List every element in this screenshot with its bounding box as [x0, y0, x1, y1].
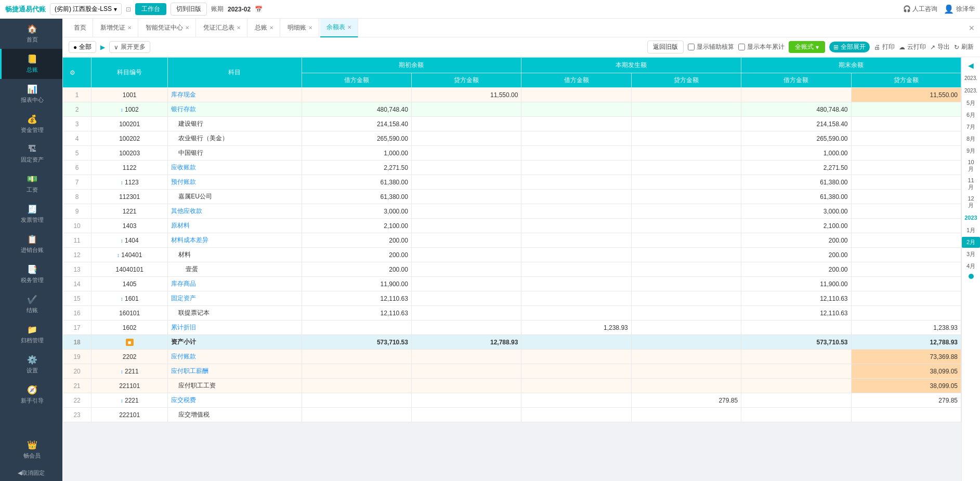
print-button[interactable]: 🖨 打印: [874, 43, 895, 51]
tab-smart-voucher[interactable]: 智能凭证中心 ✕: [139, 19, 196, 37]
sidebar-item-settings[interactable]: ⚙️ 设置: [0, 350, 62, 380]
expand-all-toggle[interactable]: ⊞ 全部展开: [829, 42, 870, 52]
workbench-button[interactable]: 工作台: [135, 3, 166, 15]
month-4[interactable]: 4月: [962, 261, 980, 272]
subject-name[interactable]: 预付账款: [168, 175, 302, 190]
tab-detail[interactable]: 明细账 ✕: [281, 19, 319, 37]
month-12[interactable]: 12月: [962, 194, 980, 211]
tab-ledger[interactable]: 总账 ✕: [249, 19, 280, 37]
subject-name[interactable]: 应交税费: [168, 393, 302, 408]
sidebar-item-ledger[interactable]: 📒 总账: [0, 49, 62, 79]
subject-name[interactable]: 应付职工薪酬: [168, 364, 302, 379]
subject-link[interactable]: 固定资产: [171, 295, 196, 302]
sidebar-item-invoice[interactable]: 🧾 发票管理: [0, 199, 62, 229]
sidebar-item-salary[interactable]: 💵 工资: [0, 169, 62, 199]
month-1[interactable]: 1月: [962, 225, 980, 236]
subject-name[interactable]: 其他应收款: [168, 204, 302, 219]
sidebar-item-asset-mgmt[interactable]: 💰 资金管理: [0, 109, 62, 139]
filter-all-selector[interactable]: ● 全部: [69, 41, 96, 53]
subject-link[interactable]: 累计折旧: [171, 324, 196, 331]
subject-name[interactable]: 材料成本差异: [168, 233, 302, 248]
sidebar-item-archive[interactable]: 📁 归档管理: [0, 319, 62, 350]
close-window-icon[interactable]: ✕: [969, 24, 975, 32]
month-3[interactable]: 3月: [962, 249, 980, 260]
full-style-button[interactable]: 全账式 ▾: [789, 41, 825, 53]
collapse-panel-icon[interactable]: ◀: [966, 59, 976, 72]
sidebar-item-member[interactable]: 👑 畅会员: [0, 435, 62, 465]
refresh-button[interactable]: ↻ 刷新: [954, 43, 974, 51]
ytd-input[interactable]: [738, 44, 745, 50]
sidebar-item-tax[interactable]: 📑 税务管理: [0, 259, 62, 289]
support-link[interactable]: 🎧 人工咨询: [903, 5, 937, 14]
calendar-icon[interactable]: 📅: [255, 6, 263, 13]
month-5[interactable]: 5月: [962, 98, 980, 109]
subject-link[interactable]: 其他应收款: [171, 207, 202, 215]
subject-link[interactable]: 材料成本差异: [171, 236, 208, 244]
tab-voucher-summary[interactable]: 凭证汇总表 ✕: [197, 19, 247, 37]
subject-link[interactable]: 应付账款: [171, 353, 196, 360]
sidebar-item-label: 资金管理: [21, 126, 44, 134]
filter-arrow-button[interactable]: ▶: [100, 44, 105, 51]
cur-credit: [631, 277, 741, 291]
tab-balance[interactable]: 余额表 ✕: [320, 19, 358, 37]
tab-add-voucher[interactable]: 新增凭证 ✕: [94, 19, 138, 37]
month-6[interactable]: 6月: [962, 110, 980, 121]
column-settings-icon[interactable]: ⚙: [65, 65, 80, 80]
close-icon[interactable]: ✕: [185, 25, 189, 31]
user-info[interactable]: 👤 徐泽华: [944, 4, 975, 14]
subject-name[interactable]: 库存商品: [168, 277, 302, 291]
unpin-button[interactable]: ◀ 取消固定: [0, 465, 62, 481]
month-8[interactable]: 8月: [962, 133, 980, 144]
export-button[interactable]: ↗ 导出: [930, 43, 950, 51]
subject-name[interactable]: 固定资产: [168, 291, 302, 306]
close-icon[interactable]: ✕: [308, 25, 312, 31]
tab-label: 余额表: [326, 23, 345, 32]
month-7[interactable]: 7月: [962, 122, 980, 132]
subject-name: 联提票记本: [168, 306, 302, 320]
subject-link[interactable]: 预付账款: [171, 178, 196, 185]
company-selector[interactable]: (劣前) 江西股金-LSS ▾: [50, 3, 122, 15]
cur-credit: [631, 204, 741, 219]
month-2-active[interactable]: 2月: [962, 237, 980, 248]
sidebar-item-settlement[interactable]: ✔️ 结账: [0, 289, 62, 319]
copy-icon[interactable]: ⊡: [126, 6, 131, 13]
eb-credit: [851, 262, 961, 277]
switch-version-button[interactable]: 切到旧版: [171, 3, 207, 16]
sidebar-item-purchase[interactable]: 📋 进销台账: [0, 229, 62, 259]
subject-name[interactable]: 应收账款: [168, 161, 302, 175]
ytd-checkbox[interactable]: 显示本年累计: [738, 43, 785, 51]
subject-link[interactable]: 库存现金: [171, 91, 196, 98]
tab-home[interactable]: 首页: [68, 19, 93, 37]
row-number: 10: [63, 219, 92, 233]
month-10[interactable]: 10月: [962, 157, 980, 175]
close-icon[interactable]: ✕: [269, 25, 273, 31]
return-old-button[interactable]: 返回旧版: [647, 41, 684, 54]
subject-link[interactable]: 银行存款: [171, 105, 196, 113]
subject-link[interactable]: 原材料: [171, 222, 190, 229]
close-icon[interactable]: ✕: [237, 25, 241, 31]
sidebar-item-fixed-asset[interactable]: 🏗 固定资产: [0, 139, 62, 169]
close-icon[interactable]: ✕: [127, 25, 132, 31]
month-9[interactable]: 9月: [962, 145, 980, 156]
subject-link[interactable]: 库存商品: [171, 280, 196, 287]
subject-link[interactable]: 应付职工薪酬: [171, 367, 208, 375]
subject-name[interactable]: 原材料: [168, 219, 302, 233]
sidebar-item-guide[interactable]: 🧭 新手引导: [0, 380, 62, 410]
close-icon[interactable]: ✕: [347, 24, 351, 30]
expand-more-button[interactable]: ∨ 展开更多: [109, 41, 150, 53]
subject-link[interactable]: 应交税费: [171, 396, 196, 404]
subject-name[interactable]: 应付账款: [168, 350, 302, 364]
subject-name[interactable]: 银行存款: [168, 102, 302, 117]
sidebar-item-report[interactable]: 📊 报表中心: [0, 79, 62, 109]
archive-icon: 📁: [27, 325, 37, 335]
subject-name[interactable]: 累计折旧: [168, 320, 302, 335]
subject-name[interactable]: 库存现金: [168, 88, 302, 102]
dot-indicator[interactable]: [969, 274, 974, 279]
sidebar-item-home[interactable]: 🏠 首页: [0, 19, 62, 49]
settings-col-header[interactable]: ⚙: [63, 58, 92, 88]
aux-accounting-checkbox[interactable]: 显示辅助核算: [688, 43, 734, 51]
month-11[interactable]: 11月: [962, 176, 980, 193]
aux-accounting-input[interactable]: [688, 44, 695, 50]
subject-link[interactable]: 应收账款: [171, 164, 196, 171]
cloud-print-button[interactable]: ☁ 云打印: [899, 43, 926, 51]
